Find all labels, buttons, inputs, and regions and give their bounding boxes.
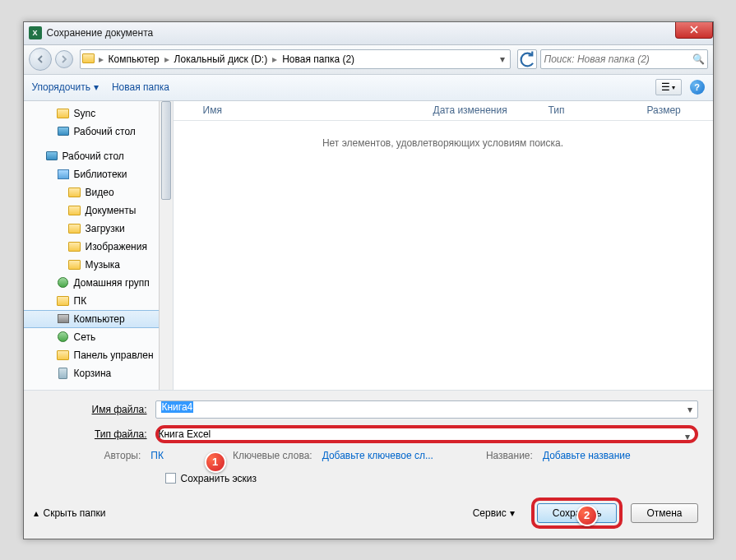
tools-menu[interactable]: Сервис▾	[473, 507, 515, 519]
arrow-right-icon	[59, 54, 69, 64]
search-input[interactable]	[544, 53, 692, 65]
crumb-computer[interactable]: Компьютер	[105, 53, 163, 65]
window-title: Сохранение документа	[47, 27, 154, 39]
sidebar-item-label: Sync	[74, 108, 96, 119]
chevron-down-icon[interactable]: ▾	[495, 53, 510, 65]
sidebar-item[interactable]: Документы	[24, 201, 173, 220]
annotation-badge-1: 1	[205, 451, 226, 473]
sidebar-item-label: Изображения	[86, 241, 147, 252]
sidebar-item[interactable]: ПК	[24, 292, 173, 310]
sidebar-item[interactable]: Загрузки	[24, 220, 173, 238]
empty-message: Нет элементов, удовлетворяющих условиям …	[174, 137, 713, 149]
sidebar-item-label: ПК	[74, 295, 87, 307]
sidebar-item-label: Загрузки	[86, 223, 125, 234]
back-button[interactable]	[29, 48, 52, 71]
sidebar-item[interactable]: Домашняя групп	[24, 274, 173, 292]
comp-icon	[57, 312, 70, 326]
desktop-icon	[57, 125, 70, 138]
sidebar-item-label: Рабочий стол	[62, 150, 124, 162]
keywords-label: Ключевые слова:	[233, 450, 312, 461]
sidebar-item-label: Музыка	[86, 259, 120, 271]
sidebar: SyncРабочий столРабочий столБиблиотекиВи…	[24, 101, 174, 390]
sidebar-item[interactable]: Компьютер	[24, 310, 173, 328]
sidebar-item[interactable]: Видео	[24, 183, 173, 201]
view-mode-button[interactable]: ☰ ▾	[655, 79, 682, 95]
title-meta-value[interactable]: Добавьте название	[543, 450, 631, 461]
titlebar: X Сохранение документа	[24, 22, 713, 45]
lib-icon	[57, 168, 70, 181]
sidebar-item-label: Панель управлен	[74, 349, 154, 361]
folder-icon	[57, 107, 70, 120]
sidebar-item-label: Видео	[86, 187, 114, 198]
sidebar-item[interactable]: Корзина	[24, 364, 173, 382]
new-folder-button[interactable]: Новая папка	[112, 81, 169, 93]
bin-icon	[57, 367, 70, 380]
sidebar-item[interactable]: Sync	[24, 104, 173, 123]
sidebar-item[interactable]: Библиотеки	[24, 165, 173, 183]
nav-bar: ▸ Компьютер ▸ Локальный диск (D:) ▸ Нова…	[24, 45, 713, 75]
annotation-badge-2: 2	[576, 505, 598, 526]
filename-label: Имя файла:	[34, 404, 155, 415]
filename-input[interactable]: Книга4	[155, 400, 698, 419]
sidebar-item-label: Корзина	[74, 368, 112, 379]
column-headers: Имя Дата изменения Тип Размер	[174, 101, 713, 121]
save-thumbnail-checkbox[interactable]	[165, 473, 176, 484]
help-button[interactable]: ?	[690, 80, 705, 95]
net-icon	[57, 276, 70, 289]
save-thumbnail-label: Сохранить эскиз	[181, 473, 257, 484]
crumb-folder[interactable]: Новая папка (2)	[279, 53, 358, 65]
hide-folders-button[interactable]: ▴ Скрыть папки	[34, 507, 106, 519]
sidebar-item[interactable]: Рабочий стол	[24, 147, 173, 165]
sidebar-item-label: Компьютер	[74, 313, 125, 325]
title-meta-label: Название:	[486, 450, 533, 461]
bottom-panel: Имя файла: Книга4 Тип файла: Книга Excel…	[24, 390, 713, 539]
folder-icon	[68, 222, 81, 235]
sidebar-item-label: Домашняя групп	[74, 277, 150, 289]
sidebar-item-label: Документы	[86, 205, 137, 216]
forward-button[interactable]	[55, 50, 73, 68]
save-dialog: X Сохранение документа ▸ Компьютер ▸ Лок…	[23, 21, 714, 539]
sidebar-item[interactable]: Панель управлен	[24, 346, 173, 364]
refresh-button[interactable]	[517, 49, 537, 69]
sidebar-item[interactable]: Музыка	[24, 256, 173, 274]
desktop-icon	[45, 150, 58, 163]
close-button[interactable]	[675, 22, 713, 39]
crumb-drive[interactable]: Локальный диск (D:)	[171, 53, 271, 65]
column-size[interactable]: Размер	[647, 104, 713, 116]
dialog-body: SyncРабочий столРабочий столБиблиотекиВи…	[24, 101, 713, 390]
sidebar-item[interactable]: Изображения	[24, 238, 173, 256]
sidebar-item[interactable]: Рабочий стол	[24, 123, 173, 141]
chevron-right-icon: ▸	[271, 53, 279, 65]
folder-icon	[68, 258, 81, 271]
authors-value[interactable]: ПК	[150, 450, 164, 461]
search-icon: 🔍	[692, 53, 704, 65]
breadcrumb[interactable]: ▸ Компьютер ▸ Локальный диск (D:) ▸ Нова…	[80, 49, 511, 69]
folder-icon	[68, 240, 81, 253]
folder-icon	[57, 294, 70, 308]
column-type[interactable]: Тип	[549, 104, 647, 116]
toolbar: Упорядочить ▾ Новая папка ☰ ▾ ?	[24, 75, 713, 101]
chevron-right-icon: ▸	[97, 53, 105, 65]
search-box[interactable]: 🔍	[540, 49, 708, 69]
column-date[interactable]: Дата изменения	[433, 104, 549, 116]
chevron-down-icon: ▾	[510, 507, 515, 519]
folder-tree: SyncРабочий столРабочий столБиблиотекиВи…	[24, 101, 173, 386]
cancel-button[interactable]: Отмена	[631, 503, 697, 523]
excel-icon: X	[29, 26, 42, 39]
filetype-dropdown[interactable]: Книга Excel	[155, 425, 698, 443]
folder-icon	[81, 53, 97, 66]
authors-label: Авторы:	[104, 450, 141, 461]
close-icon	[690, 25, 698, 34]
chevron-right-icon: ▸	[163, 53, 171, 65]
sidebar-item[interactable]: Сеть	[24, 328, 173, 346]
scrollbar[interactable]	[159, 101, 173, 390]
net-icon	[57, 331, 70, 344]
filetype-label: Тип файла:	[34, 428, 155, 440]
chevron-up-icon: ▴	[34, 507, 39, 519]
refresh-icon	[518, 50, 536, 68]
column-name[interactable]: Имя	[203, 104, 433, 116]
organize-menu[interactable]: Упорядочить ▾	[32, 81, 99, 93]
scrollbar-thumb[interactable]	[161, 101, 171, 200]
keywords-value[interactable]: Добавьте ключевое сл...	[322, 450, 433, 461]
folder-icon	[68, 186, 81, 199]
